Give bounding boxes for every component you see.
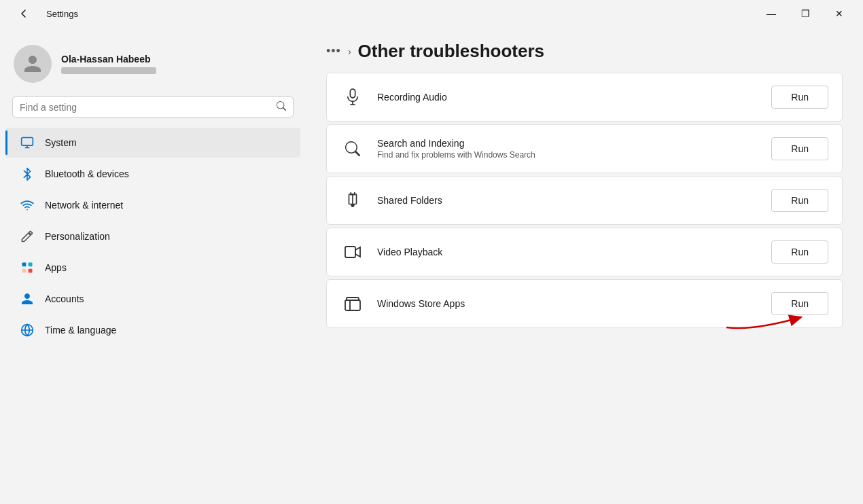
search-input[interactable] [20, 102, 271, 113]
nav-time[interactable]: Time & language [5, 315, 300, 345]
windows-store-text: Windows Store Apps [377, 298, 771, 309]
content-header: ••• › Other troubleshooters [306, 27, 863, 73]
run-recording-audio-button[interactable]: Run [771, 86, 828, 109]
nav-label-time: Time & language [45, 325, 116, 336]
nav-apps[interactable]: Apps [5, 253, 300, 283]
card-recording-audio: Recording Audio Run [326, 73, 843, 122]
svg-rect-0 [22, 138, 33, 146]
search-indexing-subtitle: Find and fix problems with Windows Searc… [377, 150, 771, 160]
page-title: Other troubleshooters [358, 41, 544, 62]
nav-network[interactable]: Network & internet [5, 190, 300, 220]
search-indexing-icon [340, 137, 365, 161]
nav-accounts[interactable]: Accounts [5, 284, 300, 314]
title-bar: Settings — ❐ ✕ [0, 0, 863, 27]
svg-rect-13 [345, 300, 360, 310]
nav-label-system: System [45, 137, 77, 148]
close-button[interactable]: ✕ [824, 3, 855, 24]
nav-label-personalization: Personalization [45, 231, 110, 242]
svg-rect-3 [22, 269, 27, 273]
window-controls: — ❐ ✕ [756, 3, 855, 24]
svg-point-11 [351, 204, 354, 207]
search-indexing-title: Search and Indexing [377, 138, 771, 149]
nav-label-accounts: Accounts [45, 293, 84, 304]
nav-personalization[interactable]: Personalization [5, 221, 300, 251]
video-playback-text: Video Playback [377, 247, 771, 257]
apps-icon [19, 259, 35, 276]
search-box [12, 96, 294, 118]
main-layout: Ola-Hassan Habeeb [0, 27, 863, 504]
svg-rect-4 [29, 269, 33, 273]
user-section: Ola-Hassan Habeeb [0, 34, 306, 96]
search-indexing-text: Search and Indexing Find and fix problem… [377, 138, 771, 160]
globe-icon [19, 322, 35, 338]
shared-folders-text: Shared Folders [377, 195, 771, 206]
run-search-indexing-button[interactable]: Run [771, 137, 828, 160]
run-windows-store-button[interactable]: Run [771, 292, 828, 315]
system-icon [19, 134, 35, 151]
shared-folders-icon [340, 188, 365, 213]
svg-rect-12 [345, 247, 355, 257]
svg-rect-2 [29, 263, 33, 267]
user-info: Ola-Hassan Habeeb [61, 54, 156, 74]
avatar [14, 45, 52, 83]
video-icon [340, 240, 365, 264]
card-shared-folders: Shared Folders Run [326, 176, 843, 225]
user-name: Ola-Hassan Habeeb [61, 54, 156, 65]
search-icon [277, 101, 286, 111]
nav-label-apps: Apps [45, 262, 67, 273]
content-area: ••• › Other troubleshooters Recording Au… [306, 27, 863, 504]
nav-system[interactable]: System [5, 128, 300, 158]
accounts-icon [19, 291, 35, 307]
breadcrumb-dots[interactable]: ••• [326, 44, 341, 58]
wifi-icon [19, 197, 35, 213]
card-windows-store: Windows Store Apps Run [326, 279, 843, 328]
svg-rect-6 [350, 89, 355, 98]
card-video-playback: Video Playback Run [326, 228, 843, 276]
run-shared-folders-button[interactable]: Run [771, 189, 828, 212]
video-playback-title: Video Playback [377, 247, 771, 257]
search-container [0, 96, 306, 127]
content-scroll: Recording Audio Run Search and Indexing … [306, 73, 863, 504]
shared-folders-title: Shared Folders [377, 195, 771, 206]
nav-label-bluetooth: Bluetooth & devices [45, 168, 129, 179]
store-icon [340, 291, 365, 316]
recording-audio-title: Recording Audio [377, 92, 771, 103]
sidebar: Ola-Hassan Habeeb [0, 27, 306, 504]
maximize-button[interactable]: ❐ [790, 3, 821, 24]
nav-label-network: Network & internet [45, 200, 123, 211]
run-video-playback-button[interactable]: Run [771, 240, 828, 264]
recording-audio-text: Recording Audio [377, 92, 771, 103]
card-search-indexing: Search and Indexing Find and fix problem… [326, 124, 843, 173]
windows-store-title: Windows Store Apps [377, 298, 771, 309]
bluetooth-icon [19, 166, 35, 182]
nav-bluetooth[interactable]: Bluetooth & devices [5, 159, 300, 189]
search-icon-button[interactable] [277, 101, 286, 113]
breadcrumb-chevron: › [348, 46, 351, 57]
title-bar-left: Settings [8, 3, 78, 24]
svg-rect-1 [22, 263, 27, 267]
mic-icon [340, 85, 365, 109]
brush-icon [19, 228, 35, 245]
user-icon [22, 54, 43, 74]
app-title: Settings [46, 9, 78, 19]
back-button[interactable] [8, 3, 39, 24]
minimize-button[interactable]: — [756, 3, 787, 24]
user-email-bar [61, 67, 156, 74]
